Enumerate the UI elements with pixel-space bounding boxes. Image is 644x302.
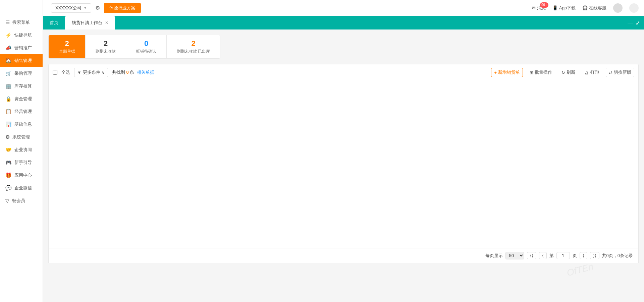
sidebar-label-9: 系统管理 bbox=[12, 134, 30, 140]
refresh-label: 刷新 bbox=[567, 69, 575, 75]
sidebar-label-12: 应用中心 bbox=[14, 172, 32, 178]
sidebar-item-0[interactable]: ☰搜索菜单 bbox=[0, 16, 43, 29]
card-all-num: 2 bbox=[59, 39, 75, 48]
sidebar-label-7: 经营管理 bbox=[14, 109, 32, 115]
sidebar-label-5: 库存核算 bbox=[14, 83, 32, 89]
header-right: ✉ 消息 99+ 📱 App下载 🎧 在线客服 bbox=[532, 3, 639, 13]
tab-workspace-label: 钱货日清工作台 bbox=[72, 20, 102, 26]
sidebar-icon-9: ⚙ bbox=[5, 134, 10, 140]
sidebar-item-12[interactable]: 🎁应用中心 bbox=[0, 169, 43, 182]
tab-home-label: 首页 bbox=[50, 20, 58, 26]
sidebar-item-8[interactable]: 📊基础信息 bbox=[0, 118, 43, 131]
per-page-select[interactable]: 50 10 20 100 bbox=[505, 252, 524, 259]
service-icon: 🎧 bbox=[582, 5, 588, 10]
summary-cards: 2 全部单据 2 到期未收款 0 旺铺待确认 2 到期未收款 已出库 bbox=[48, 35, 220, 59]
messages-item[interactable]: ✉ 消息 99+ bbox=[532, 5, 546, 11]
sidebar-item-7[interactable]: 📋经营管理 bbox=[0, 105, 43, 118]
app-download-label: App下载 bbox=[559, 5, 576, 11]
minimize-icon[interactable]: — bbox=[628, 20, 633, 26]
page-suffix: 页 bbox=[573, 253, 577, 259]
card-overdue-label: 到期未收款 bbox=[96, 49, 116, 54]
sidebar-label-11: 新手引导 bbox=[14, 160, 32, 166]
switch-label: 切换新版 bbox=[614, 69, 631, 75]
sidebar-label-3: 销售管理 bbox=[14, 58, 32, 64]
sidebar-label-1: 快捷导航 bbox=[14, 32, 32, 38]
found-unit: 条 bbox=[130, 70, 134, 75]
online-service-item[interactable]: 🎧 在线客服 bbox=[582, 5, 606, 11]
card-all[interactable]: 2 全部单据 bbox=[49, 35, 86, 58]
sidebar-item-4[interactable]: 🛒采购管理 bbox=[0, 67, 43, 80]
sidebar-item-2[interactable]: 📣营销推广 bbox=[0, 42, 43, 54]
card-overdue[interactable]: 2 到期未收款 bbox=[86, 35, 126, 58]
found-count: 0 bbox=[126, 70, 129, 75]
settings-icon[interactable]: ⚙ bbox=[95, 5, 100, 11]
next-page-btn[interactable]: ⟩ bbox=[580, 252, 587, 259]
card-shipped[interactable]: 2 到期未收款 已出库 bbox=[167, 35, 220, 58]
sidebar-label-13: 企业微信 bbox=[14, 185, 32, 191]
toolbar-left: 全选 ▼ 更多条件 ∨ 共找到 0 条 相关单据 bbox=[53, 68, 154, 77]
trial-button[interactable]: 体验行业方案 bbox=[104, 3, 141, 13]
found-link[interactable]: 相关单据 bbox=[137, 70, 154, 75]
tab-home[interactable]: 首页 bbox=[43, 16, 65, 29]
sidebar-item-9[interactable]: ⚙系统管理 bbox=[0, 131, 43, 143]
sidebar-icon-3: 🏠 bbox=[5, 58, 12, 64]
main-content: 2 全部单据 2 到期未收款 0 旺铺待确认 2 到期未收款 已出库 全选 ▼ … bbox=[43, 29, 644, 302]
sidebar-item-11[interactable]: 🎮新手引导 bbox=[0, 156, 43, 169]
sidebar-label-4: 采购管理 bbox=[14, 70, 32, 76]
card-wangpu[interactable]: 0 旺铺待确认 bbox=[126, 35, 167, 58]
tab-close-icon[interactable]: ✕ bbox=[105, 20, 108, 25]
sidebar-item-14[interactable]: ▽畅会员 bbox=[0, 194, 43, 207]
pagination: 每页显示 50 10 20 100 ⟨⟨ ⟨ 第 页 ⟩ ⟩⟩ 共0页，0条记录 bbox=[48, 248, 639, 263]
batch-icon: ⊞ bbox=[530, 70, 533, 75]
filter-icon: ▼ bbox=[77, 70, 82, 75]
card-wangpu-num: 0 bbox=[136, 39, 156, 48]
batch-btn[interactable]: ⊞ 批量操作 bbox=[527, 68, 555, 77]
tab-workspace[interactable]: 钱货日清工作台 ✕ bbox=[65, 16, 115, 29]
prev-page-btn[interactable]: ⟨ bbox=[539, 252, 547, 259]
card-shipped-label: 到期未收款 已出库 bbox=[177, 49, 210, 54]
add-order-btn[interactable]: + 新增销货单 bbox=[491, 68, 523, 77]
sidebar-icon-8: 📊 bbox=[5, 121, 12, 127]
sidebar-label-14: 畅会员 bbox=[12, 198, 25, 204]
avatar[interactable] bbox=[613, 3, 623, 13]
card-overdue-num: 2 bbox=[96, 39, 116, 48]
more-filters-btn[interactable]: ▼ 更多条件 ∨ bbox=[74, 68, 108, 77]
sidebar-item-5[interactable]: 🏢库存核算 bbox=[0, 80, 43, 93]
more-filters-label: 更多条件 bbox=[83, 69, 100, 75]
chevron-down-icon: ▼ bbox=[84, 6, 87, 10]
app-download-item[interactable]: 📱 App下载 bbox=[552, 5, 576, 11]
select-all-label: 全选 bbox=[61, 69, 70, 75]
sidebar-item-6[interactable]: 🔒资金管理 bbox=[0, 93, 43, 105]
sidebar-item-3[interactable]: 🏠销售管理 bbox=[0, 54, 43, 67]
sidebar-item-13[interactable]: 💬企业微信 bbox=[0, 182, 43, 194]
card-shipped-num: 2 bbox=[177, 39, 210, 48]
sidebar-label-6: 资金管理 bbox=[14, 96, 32, 102]
print-btn[interactable]: 🖨 打印 bbox=[582, 68, 602, 77]
total-info: 共0页，0条记录 bbox=[602, 253, 633, 259]
select-all-checkbox[interactable] bbox=[53, 70, 57, 75]
sidebar-item-1[interactable]: ⚡快捷导航 bbox=[0, 29, 43, 42]
switch-btn[interactable]: ⇄ 切换新版 bbox=[606, 68, 634, 77]
last-page-btn[interactable]: ⟩⟩ bbox=[590, 252, 599, 259]
first-page-btn[interactable]: ⟨⟨ bbox=[527, 252, 536, 259]
sidebar-icon-2: 📣 bbox=[5, 45, 12, 51]
sidebar-icon-1: ⚡ bbox=[5, 32, 12, 38]
found-text: 共找到 0 条 相关单据 bbox=[112, 69, 154, 75]
sidebar-icon-11: 🎮 bbox=[5, 160, 12, 166]
refresh-icon: ↻ bbox=[561, 70, 565, 75]
sidebar-label-2: 营销推广 bbox=[14, 45, 32, 51]
card-all-label: 全部单据 bbox=[59, 49, 75, 54]
download-icon: 📱 bbox=[552, 5, 558, 10]
company-selector[interactable]: XXXXXX公司 ▼ bbox=[51, 3, 91, 13]
refresh-btn[interactable]: ↻ 刷新 bbox=[559, 68, 578, 77]
sidebar-label-10: 企业协同 bbox=[14, 147, 32, 153]
expand-icon[interactable]: ⤢ bbox=[636, 20, 640, 26]
plus-icon: + bbox=[494, 70, 497, 75]
sidebar-item-10[interactable]: 🤝企业协同 bbox=[0, 143, 43, 156]
found-prefix: 共找到 bbox=[112, 70, 125, 75]
sidebar-label-8: 基础信息 bbox=[14, 121, 32, 127]
page-input[interactable] bbox=[556, 252, 570, 259]
print-icon: 🖨 bbox=[585, 70, 589, 75]
page-prefix: 第 bbox=[549, 253, 554, 259]
nav-tabs: 首页 钱货日清工作台 ✕ — ⤢ bbox=[43, 16, 644, 29]
